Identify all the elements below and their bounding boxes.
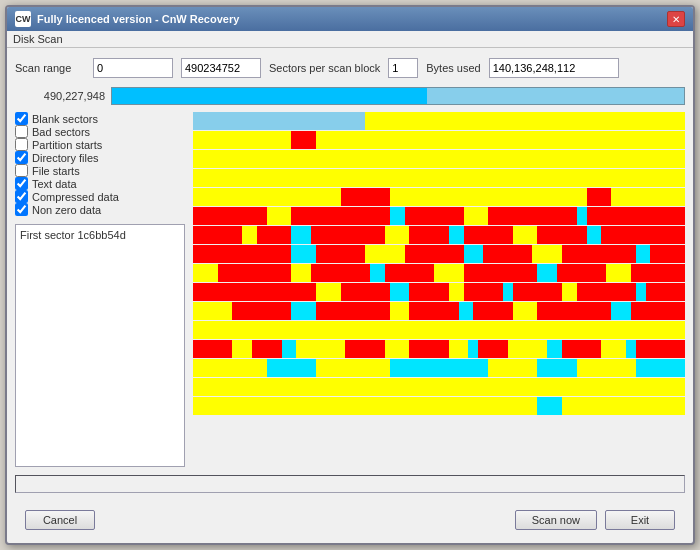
viz-segment-0-1 xyxy=(365,112,685,130)
viz-segment-6-4 xyxy=(311,226,385,244)
viz-row-7 xyxy=(193,245,685,263)
checkbox-file-starts[interactable] xyxy=(15,164,28,177)
viz-segment-12-13 xyxy=(562,340,601,358)
checkbox-blank-sectors[interactable] xyxy=(15,112,28,125)
viz-container xyxy=(193,112,685,467)
viz-segment-12-8 xyxy=(449,340,469,358)
viz-row-13 xyxy=(193,359,685,377)
bottom-progress-bar xyxy=(15,475,685,493)
viz-segment-12-3 xyxy=(282,340,297,358)
scan-range-start-input[interactable] xyxy=(93,58,173,78)
viz-row-10 xyxy=(193,302,685,320)
viz-segment-1-2 xyxy=(316,131,685,149)
title-bar-left: CW Fully licenced version - CnW Recovery xyxy=(15,11,239,27)
viz-row-14 xyxy=(193,378,685,396)
checkbox-directory-files[interactable] xyxy=(15,151,28,164)
viz-row-3 xyxy=(193,169,685,187)
checkbox-partition-starts[interactable] xyxy=(15,138,28,151)
scan-now-button[interactable]: Scan now xyxy=(515,510,597,530)
checkbox-compressed-data[interactable] xyxy=(15,190,28,203)
viz-segment-12-6 xyxy=(385,340,410,358)
viz-segment-7-5 xyxy=(464,245,484,263)
viz-segment-10-9 xyxy=(537,302,611,320)
viz-segment-9-0 xyxy=(193,283,316,301)
viz-segment-5-5 xyxy=(464,207,489,225)
checkbox-item-6: Compressed data xyxy=(15,190,185,203)
viz-segment-9-2 xyxy=(341,283,390,301)
viz-segment-12-11 xyxy=(508,340,547,358)
viz-segment-8-9 xyxy=(557,264,606,282)
viz-segment-11-0 xyxy=(193,321,685,339)
menu-bar: Disk Scan xyxy=(7,31,693,48)
viz-segment-13-1 xyxy=(267,359,316,377)
viz-segment-12-15 xyxy=(626,340,636,358)
viz-row-8 xyxy=(193,264,685,282)
viz-segment-9-10 xyxy=(577,283,636,301)
viz-panel xyxy=(193,112,685,467)
main-row: Blank sectorsBad sectorsPartition starts… xyxy=(15,112,685,467)
bytes-value-input[interactable] xyxy=(489,58,619,78)
viz-segment-13-2 xyxy=(316,359,390,377)
scan-range-row: Scan range Sectors per scan block Bytes … xyxy=(15,56,685,80)
viz-segment-6-8 xyxy=(464,226,513,244)
button-row: Cancel Scan now Exit xyxy=(15,505,685,535)
viz-segment-14-0 xyxy=(193,378,685,396)
viz-segment-8-2 xyxy=(291,264,311,282)
viz-segment-15-1 xyxy=(537,397,562,415)
viz-segment-13-7 xyxy=(636,359,685,377)
scan-range-end-input[interactable] xyxy=(181,58,261,78)
viz-segment-12-9 xyxy=(468,340,478,358)
checkbox-text-data[interactable] xyxy=(15,177,28,190)
viz-segment-6-0 xyxy=(193,226,242,244)
viz-segment-6-2 xyxy=(257,226,291,244)
checkbox-label-6: Compressed data xyxy=(32,191,119,203)
viz-row-5 xyxy=(193,207,685,225)
viz-segment-10-8 xyxy=(513,302,538,320)
checkbox-item-3: Directory files xyxy=(15,151,185,164)
checkbox-bad-sectors[interactable] xyxy=(15,125,28,138)
viz-segment-6-3 xyxy=(291,226,311,244)
viz-segment-5-2 xyxy=(291,207,389,225)
viz-segment-6-1 xyxy=(242,226,257,244)
viz-segment-7-9 xyxy=(636,245,651,263)
viz-row-2 xyxy=(193,150,685,168)
viz-segment-13-0 xyxy=(193,359,267,377)
close-button[interactable]: ✕ xyxy=(667,11,685,27)
checkbox-item-4: File starts xyxy=(15,164,185,177)
viz-segment-12-10 xyxy=(478,340,508,358)
viz-segment-13-5 xyxy=(537,359,576,377)
sectors-per-input[interactable] xyxy=(388,58,418,78)
viz-segment-12-2 xyxy=(252,340,282,358)
viz-segment-5-3 xyxy=(390,207,405,225)
viz-segment-7-7 xyxy=(532,245,562,263)
exit-button[interactable]: Exit xyxy=(605,510,675,530)
viz-segment-9-7 xyxy=(503,283,513,301)
viz-row-6 xyxy=(193,226,685,244)
viz-row-11 xyxy=(193,321,685,339)
viz-segment-8-3 xyxy=(311,264,370,282)
checkbox-non-zero-data[interactable] xyxy=(15,203,28,216)
viz-segment-8-7 xyxy=(464,264,538,282)
viz-segment-12-16 xyxy=(636,340,685,358)
viz-segment-7-2 xyxy=(316,245,365,263)
menu-disk-scan[interactable]: Disk Scan xyxy=(13,33,63,45)
viz-segment-12-12 xyxy=(547,340,562,358)
viz-segment-4-4 xyxy=(611,188,685,206)
viz-row-9 xyxy=(193,283,685,301)
viz-segment-12-1 xyxy=(232,340,252,358)
viz-segment-7-10 xyxy=(650,245,684,263)
viz-segment-9-11 xyxy=(636,283,646,301)
btn-right: Scan now Exit xyxy=(515,510,675,530)
checkbox-label-2: Partition starts xyxy=(32,139,102,151)
progress-bar-fill xyxy=(112,88,427,104)
cancel-button[interactable]: Cancel xyxy=(25,510,95,530)
viz-segment-10-1 xyxy=(232,302,291,320)
viz-segment-12-7 xyxy=(409,340,448,358)
viz-segment-4-1 xyxy=(341,188,390,206)
viz-segment-2-0 xyxy=(193,150,685,168)
viz-segment-10-4 xyxy=(390,302,410,320)
viz-segment-9-8 xyxy=(513,283,562,301)
viz-segment-10-6 xyxy=(459,302,474,320)
viz-segment-5-1 xyxy=(267,207,292,225)
progress-bar-container xyxy=(111,87,685,105)
